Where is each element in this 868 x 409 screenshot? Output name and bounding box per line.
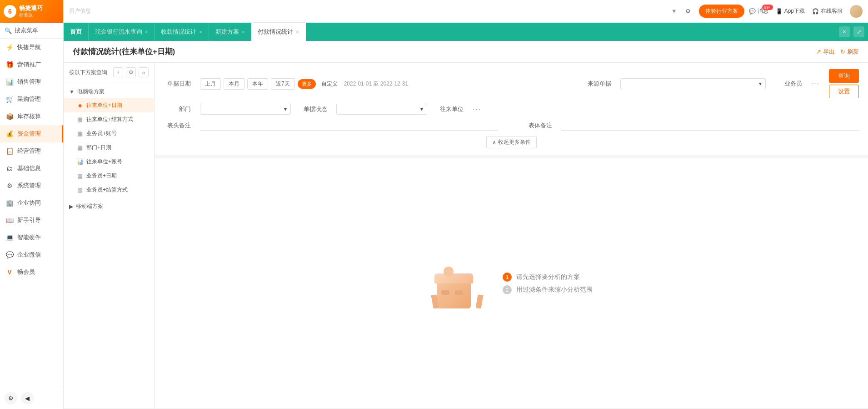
scheme-icon: ▦ [76,144,84,151]
sidebar-item-enterprise[interactable]: 🏢 企业协同 [0,194,63,212]
sidebar-nav: ⚡ 快捷导航 🎁 营销推广 📊 销售管理 🛒 采购管理 📦 库存核算 💰 资金管… [0,39,63,387]
settings-btn[interactable]: 设置 [829,85,859,98]
staff-dots-btn[interactable]: ··· [811,80,820,88]
source-dropdown-icon: ▾ [759,81,762,87]
scheme-unit-date[interactable]: ● 往来单位+日期 [64,98,154,112]
sidebar-item-label: 快捷导航 [17,43,41,51]
settings-footer-icon[interactable]: ⚙ [5,392,17,404]
date-btn-this-month[interactable]: 本月 [224,78,244,90]
collapse-more: ∧ 收起更多条件 [164,136,859,148]
sidebar: 6 畅捷通巧 标准版 🔍 搜索菜单 ⚡ 快捷导航 🎁 营销推广 📊 销售管理 🛒… [0,0,64,409]
body-note-input[interactable] [561,120,859,131]
tab-bank[interactable]: 现金银行流水查询 × [89,23,155,41]
tab-payment-close[interactable]: × [296,29,299,35]
mobile-section-header[interactable]: ▶ 移动端方案 [64,200,154,213]
sidebar-item-marketing[interactable]: 🎁 营销推广 [0,56,63,73]
tab-new[interactable]: 新建方案 × [209,23,251,41]
scheme-staff-account[interactable]: ▦ 业务员+账号 [64,126,154,141]
tab-bank-close[interactable]: × [145,29,148,35]
collapse-btn[interactable]: ∧ 收起更多条件 [486,136,537,148]
sidebar-item-wechat[interactable]: 💬 企业微信 [0,246,63,263]
hint-text-2: 用过滤条件来缩小分析范围 [516,286,593,294]
tab-close-btn[interactable]: × [839,26,850,37]
search-icon: 🔍 [5,27,12,34]
header-note-input[interactable] [200,120,498,131]
topbar-gear-btn[interactable]: ⚙ [682,5,694,18]
tab-payment[interactable]: 付款情况统计 × [251,23,305,41]
tabbar: 首页 现金银行流水查询 × 收款情况统计 × 新建方案 × 付款情况统计 × ×… [64,23,868,41]
dept-select[interactable]: ▾ [200,104,291,115]
date-btn-this-year[interactable]: 本年 [247,78,268,90]
sidebar-item-guide[interactable]: 📖 新手引导 [0,212,63,229]
message-btn[interactable]: 💬 消息 99+ [749,7,768,15]
sidebar-item-operation[interactable]: 📋 经营管理 [0,142,63,160]
user-avatar[interactable] [850,5,863,18]
sidebar-item-label: 营销推广 [17,61,41,69]
sidebar-item-basic[interactable]: 🗂 基础信息 [0,160,63,177]
scheme-unit-account[interactable]: 📊 往来单位+账号 [64,155,154,169]
doc-status-select[interactable]: ▾ [336,104,427,115]
filter-row-1: 单据日期 上月 本月 本年 近7天 更多 自定义 2022-01-01 至 20… [164,69,859,98]
scheme-unit-settle[interactable]: ▦ 往来单位+结算方式 [64,112,154,126]
query-btn[interactable]: 查询 [829,69,859,83]
scheme-label: 往来单位+账号 [86,158,122,166]
brand-name: 畅捷通巧 [19,5,43,12]
empty-illustration [430,258,484,308]
refresh-btn[interactable]: ↻ 刷新 [840,48,859,56]
sidebar-item-label: 销售管理 [17,78,41,86]
collapse-label: 收起更多条件 [498,138,531,146]
sidebar-item-purchase[interactable]: 🛒 采购管理 [0,91,63,108]
header-note-label: 表头备注 [164,121,191,130]
topbar-user-text: 用户信息 [69,7,667,15]
inventory-icon: 📦 [5,112,14,121]
message-badge: 99+ [762,5,773,10]
sidebar-item-shortcut[interactable]: ⚡ 快捷导航 [0,39,63,56]
dept-dropdown-icon: ▾ [284,106,287,112]
online-service-btn[interactable]: 🎧 在线客服 [812,7,843,15]
scheme-dept-date[interactable]: ▦ 部门+日期 [64,141,154,155]
date-btn-more[interactable]: 更多 [298,79,316,89]
sidebar-item-system[interactable]: ⚙ 系统管理 [0,177,63,194]
scheme-settings-btn[interactable]: ⚙ [126,67,136,77]
marketing-icon: 🎁 [5,61,14,69]
enterprise-icon: 🏢 [5,199,14,207]
date-btn-7days[interactable]: 近7天 [271,78,295,90]
source-select[interactable]: ▾ [620,78,766,89]
sidebar-header: 6 畅捷通巧 标准版 [0,0,63,23]
member-icon: V [5,268,14,276]
scheme-label: 业务员+日期 [86,172,117,180]
unit-dots-btn[interactable]: ··· [473,105,481,113]
sidebar-item-inventory[interactable]: 📦 库存核算 [0,108,63,125]
page-title: 付款情况统计(往来单位+日期) [73,46,175,57]
date-btn-custom[interactable]: 自定义 [319,79,340,89]
sidebar-item-sales[interactable]: 📊 销售管理 [0,73,63,91]
tab-expand-btn[interactable]: ⤢ [853,26,864,37]
filter-area: 单据日期 上月 本月 本年 近7天 更多 自定义 2022-01-01 至 20… [155,63,868,155]
add-scheme-btn[interactable]: + [113,67,123,77]
app-download-btn[interactable]: 📱 App下载 [776,7,805,15]
date-filter-value: 上月 本月 本年 近7天 更多 自定义 2022-01-01 至 2022-12… [200,78,575,90]
tab-home[interactable]: 首页 [64,23,89,41]
tab-receipt[interactable]: 收款情况统计 × [155,23,209,41]
purchase-icon: 🛒 [5,95,14,103]
scheme-staff-settle[interactable]: ▦ 业务员+结算方式 [64,183,154,197]
tab-new-close[interactable]: × [242,29,244,35]
pc-section-header[interactable]: ▼ 电脑端方案 [64,85,154,98]
sidebar-item-member[interactable]: V 畅会员 [0,263,63,281]
date-btn-last-month[interactable]: 上月 [200,78,221,90]
export-btn[interactable]: ↗ 导出 [816,48,835,56]
scheme-staff-date[interactable]: ▦ 业务员+日期 [64,169,154,183]
tab-receipt-close[interactable]: × [199,29,202,35]
sidebar-item-finance[interactable]: 💰 资金管理 [0,125,63,142]
main-area: 用户信息 ▼ ⚙ 体验行业方案 💬 消息 99+ 📱 App下载 🎧 在线客服 … [64,0,868,409]
panel-collapse-btn[interactable]: « [139,67,149,77]
finance-icon: 💰 [5,130,14,138]
collapse-sidebar-icon[interactable]: ◀ [21,392,34,404]
tabbar-actions: × ⤢ [835,23,868,41]
guide-icon: 📖 [5,216,14,224]
topbar-dropdown-arrow[interactable]: ▼ [671,8,677,15]
sidebar-search[interactable]: 🔍 搜索菜单 [0,23,63,39]
page-header-actions: ↗ 导出 ↻ 刷新 [816,48,859,56]
sidebar-item-hardware[interactable]: 💻 智能硬件 [0,229,63,246]
trial-btn[interactable]: 体验行业方案 [699,5,744,18]
